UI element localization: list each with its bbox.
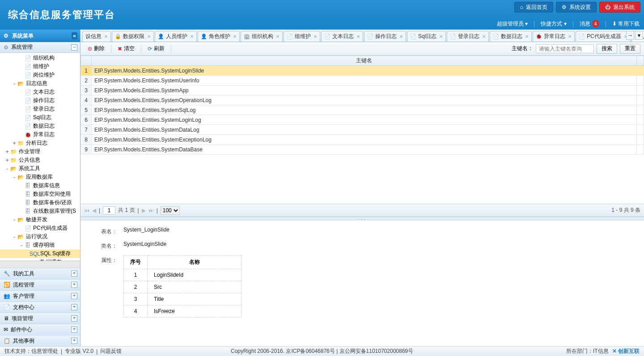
tree-node[interactable]: -📂敏捷开发 [0, 215, 80, 224]
expand-section-icon[interactable]: + [71, 338, 77, 344]
settings-button[interactable]: ⚙系统设置 [556, 2, 597, 13]
home-button[interactable]: ⌂返回首页 [514, 2, 553, 13]
table-row[interactable]: 1EIP.System.Models.Entities.SystemLoginS… [81, 66, 644, 76]
tree-node[interactable]: +📁公共信息 [0, 156, 80, 164]
tab[interactable]: 🐞异常日志✕ [533, 31, 575, 42]
tree-node[interactable]: 🐞异常日志 [0, 130, 80, 139]
tree-node[interactable]: 📄组维护 [0, 62, 80, 71]
tree-node[interactable]: 📄Sql日志 [0, 113, 80, 122]
search-button[interactable]: 搜索 [597, 44, 617, 54]
page-next[interactable]: ▶ [142, 207, 146, 214]
close-tab-icon[interactable]: ✕ [314, 34, 317, 39]
tab[interactable]: 📄文本日志✕ [321, 31, 363, 42]
current-role[interactable]: 超级管理员 ▾ [497, 20, 528, 28]
tree-node[interactable]: +📁作业管理 [0, 147, 80, 156]
tree-node[interactable]: 📄文本日志 [0, 88, 80, 96]
close-tab-icon[interactable]: ✕ [233, 34, 237, 39]
close-tab-icon[interactable]: ✕ [525, 34, 529, 39]
tree-node[interactable]: 🗄数据库空间使用 [0, 190, 80, 198]
feedback-link[interactable]: 问题反馈 [100, 347, 122, 355]
page-first[interactable]: ⏮ [84, 207, 89, 214]
tab[interactable]: 📄PC代码生成器✕ [576, 31, 631, 42]
tree-toggle-icon[interactable]: - [12, 81, 17, 87]
close-tab-icon[interactable]: ✕ [399, 34, 403, 39]
tree-node[interactable]: 🗄数据库备份/还原 [0, 198, 80, 207]
table-row[interactable]: 2EIP.System.Models.Entities.SystemUserIn… [81, 76, 644, 86]
table-row[interactable]: 5EIP.System.Models.Entities.SystemSqlLog [81, 105, 644, 115]
close-tab-icon[interactable]: ✕ [104, 34, 108, 39]
tab[interactable]: 📄操作日志✕ [364, 31, 406, 42]
page-prev[interactable]: ◀ [92, 207, 96, 214]
tree-toggle-icon[interactable]: - [4, 166, 10, 172]
sidebar-section-system[interactable]: ⚙ 系统管理 − [0, 42, 80, 53]
download-link[interactable]: ⬇ 常用下载 [612, 20, 640, 28]
table-row[interactable]: 6EIP.System.Models.Entities.SystemLoginL… [81, 115, 644, 125]
tree-node[interactable]: -📂运行状况 [0, 232, 80, 241]
table-row[interactable]: 7EIP.System.Models.Entities.SystemDataLo… [81, 125, 644, 135]
close-tab-icon[interactable]: ✕ [276, 34, 280, 39]
tree-node[interactable]: -📂日志信息 [0, 79, 80, 88]
page-input[interactable] [103, 206, 115, 214]
table-row[interactable]: 9EIP.System.Models.Entities.SystemDataBa… [81, 145, 644, 154]
tab[interactable]: 📄组维护✕ [284, 31, 320, 42]
table-row[interactable]: 8EIP.System.Models.Entities.SystemExcept… [81, 135, 644, 145]
tree-node[interactable]: 📄操作日志 [0, 96, 80, 105]
messages-link[interactable]: 消息4 [580, 20, 599, 28]
reset-button[interactable]: 重置 [620, 44, 640, 54]
tree-node[interactable]: 📄PC代码生成器 [0, 224, 80, 232]
expand-section-icon[interactable]: + [71, 293, 77, 299]
tree-toggle-icon[interactable]: + [12, 140, 17, 146]
page-size[interactable]: 100 [161, 206, 180, 215]
tab[interactable]: 🏢组织机构✕ [241, 31, 283, 42]
tree-node[interactable]: 📄组织机构 [0, 54, 80, 62]
tree-node[interactable]: 📄数据日志 [0, 122, 80, 130]
tree-toggle-icon[interactable]: - [12, 217, 17, 223]
sidebar-section[interactable]: 🔁流程管理+ [0, 279, 80, 290]
tab[interactable]: 设信息✕ [82, 31, 111, 42]
close-tab-icon[interactable]: ✕ [190, 34, 194, 39]
col-key[interactable]: 主键名 [92, 56, 637, 66]
tab-menu[interactable]: ▾ [635, 31, 643, 40]
tree-node[interactable]: 🗄在线数据库管理(S [0, 207, 80, 215]
delete-button[interactable]: ⊖删除 [84, 43, 108, 54]
sidebar-section[interactable]: 👥客户管理+ [0, 290, 80, 301]
page-last[interactable]: ⏭ [148, 207, 154, 214]
close-tab-icon[interactable]: ✕ [568, 34, 572, 39]
expand-section-icon[interactable]: + [71, 282, 77, 288]
sidebar-section[interactable]: 🔧我的工具+ [0, 268, 80, 279]
tab[interactable]: 📄数据日志✕ [490, 31, 532, 42]
expand-section-icon[interactable]: + [71, 315, 77, 322]
tab[interactable]: 📄Sql日志✕ [407, 31, 446, 42]
tree-node[interactable]: -📂应用数据库 [0, 173, 80, 181]
close-tab-icon[interactable]: ✕ [439, 34, 443, 39]
logout-button[interactable]: ⏻退出系统 [599, 2, 640, 13]
tree-node[interactable]: +📁分析日志 [0, 139, 80, 147]
splitter[interactable] [80, 217, 644, 220]
close-tab-icon[interactable]: ✕ [356, 34, 360, 39]
tree-node[interactable]: -🗄缓存明细 [0, 241, 80, 249]
table-row[interactable]: 3EIP.System.Models.Entities.SystemApp [81, 86, 644, 95]
refresh-button[interactable]: ⟳刷新 [144, 43, 168, 54]
tree-node[interactable]: 📄登录日志 [0, 105, 80, 113]
tree-node[interactable]: -📂系统工具 [0, 164, 80, 173]
tab[interactable]: 👤角色维护✕ [198, 31, 240, 42]
tree-toggle-icon[interactable]: + [4, 157, 10, 163]
collapse-section-icon[interactable]: − [71, 44, 77, 51]
tab[interactable]: 👤人员维护✕ [155, 31, 197, 42]
sidebar-scrollbar[interactable] [0, 261, 80, 268]
tree-toggle-icon[interactable]: - [12, 174, 17, 180]
expand-section-icon[interactable]: + [71, 270, 77, 277]
tree-node[interactable]: SQLSQL Sql缓存 [0, 249, 80, 258]
tree-node[interactable]: 📄岗位维护 [0, 71, 80, 79]
table-row[interactable]: 4EIP.System.Models.Entities.SystemOperat… [81, 95, 644, 105]
tree-node[interactable]: 🗄数据库信息 [0, 181, 80, 190]
sidebar-section[interactable]: ✉邮件中心+ [0, 324, 80, 335]
sidebar-section[interactable]: 🖥项目管理+ [0, 313, 80, 324]
tab-scroll-right[interactable]: → [626, 31, 634, 40]
tree-toggle-icon[interactable]: - [12, 234, 17, 240]
tab[interactable]: 🔒数据权限✕ [112, 31, 154, 42]
tree-toggle-icon[interactable]: + [4, 149, 10, 155]
expand-section-icon[interactable]: + [71, 326, 77, 333]
close-tab-icon[interactable]: ✕ [147, 34, 151, 39]
quick-link[interactable]: 快捷方式 ▾ [541, 20, 566, 28]
